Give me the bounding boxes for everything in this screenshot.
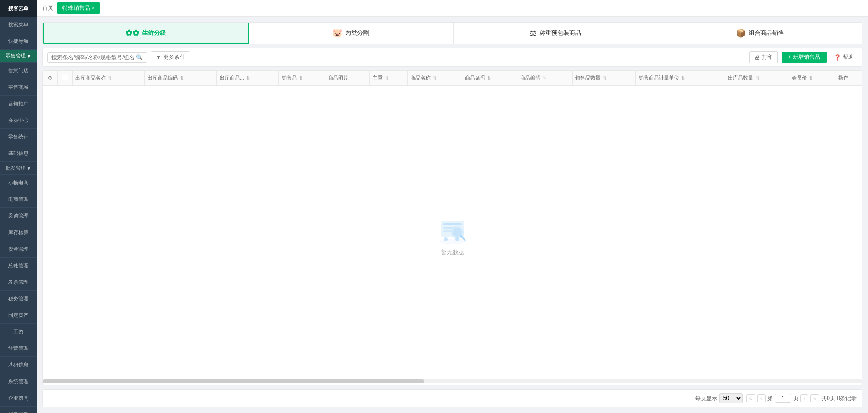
sidebar-label: 系统管理	[8, 378, 28, 385]
sidebar-item-ledger-mgmt[interactable]: 总账管理	[0, 258, 37, 274]
page-input[interactable]	[775, 394, 791, 403]
sidebar-item-search-menu[interactable]: 搜索菜单	[0, 17, 37, 33]
sidebar-label: 智慧门店	[8, 67, 28, 74]
sidebar-item-basic-info[interactable]: 基础信息	[0, 145, 37, 162]
sort-icon[interactable]: ⇅	[756, 76, 760, 80]
sort-icon[interactable]: ⇅	[299, 76, 303, 80]
th-actions: 操作	[835, 71, 862, 86]
sidebar-item-system-mgmt[interactable]: 系统管理	[0, 373, 37, 390]
select-all-checkbox[interactable]	[62, 75, 68, 80]
cat-tab-meat-cut[interactable]: 🐷 肉类分割	[249, 23, 453, 44]
sidebar-item-purchase-mgmt[interactable]: 采购管理	[0, 208, 37, 224]
sidebar-label: 批发管理	[6, 165, 26, 172]
sidebar-item-salary[interactable]: 工资	[0, 324, 37, 340]
active-tab[interactable]: 特殊销售品 ×	[57, 2, 100, 14]
toolbar-right: 🖨 打印 + 新增销售品 ❓ 帮助	[749, 51, 857, 63]
sidebar-label: 搜索菜单	[8, 21, 28, 28]
sort-icon[interactable]: ⇅	[488, 76, 491, 80]
cat-tab-fresh-grade[interactable]: ✿✿ 生鲜分级	[43, 23, 249, 44]
sidebar-item-ecom-mgmt[interactable]: 电商管理	[0, 191, 37, 208]
sidebar-label: 零售管理	[6, 52, 26, 59]
th-out-qty: 出库品数量 ⇅	[725, 71, 789, 86]
sidebar-item-enterprise-collab[interactable]: 企业协同	[0, 390, 37, 407]
meat-cut-icon: 🐷	[332, 28, 342, 38]
sidebar-item-member-center[interactable]: 会员中心	[0, 112, 37, 129]
next-page-button[interactable]: ›	[800, 394, 809, 402]
svg-point-9	[455, 237, 459, 241]
horizontal-scrollbar[interactable]	[43, 379, 862, 383]
sidebar-label: 新手引导	[8, 411, 28, 413]
sidebar-label: 零售统计	[8, 133, 28, 140]
th-checkbox[interactable]	[57, 71, 72, 86]
th-sale-goods: 销售品 ⇅	[278, 71, 325, 86]
sidebar-label: 企业协同	[8, 395, 28, 402]
svg-rect-2	[443, 223, 462, 225]
empty-state-icon	[432, 207, 473, 248]
filter-button[interactable]: ▼ 更多条件	[151, 51, 190, 63]
cat-tab-combo-sales[interactable]: 📦 组合商品销售	[658, 23, 862, 44]
last-page-button[interactable]: »	[810, 394, 819, 402]
sidebar-item-fund-mgmt[interactable]: 资金管理	[0, 241, 37, 258]
sort-icon[interactable]: ⇅	[385, 76, 389, 80]
sidebar-item-quick-nav[interactable]: 快捷导航	[0, 33, 37, 50]
filter-icon: ▼	[156, 54, 161, 61]
sidebar-label: 资金管理	[8, 246, 28, 252]
sidebar-label: 基础信息	[8, 150, 28, 157]
sidebar-item-ecommerce[interactable]: 小畅电商	[0, 175, 37, 191]
fresh-grade-icon: ✿✿	[125, 28, 139, 38]
data-table-container: ⚙ 出库商品名称 ⇅ 出库商品编码 ⇅	[42, 70, 862, 385]
close-tab-icon[interactable]: ×	[92, 6, 95, 11]
per-page-label: 每页显示	[695, 395, 717, 402]
sort-icon[interactable]: ⇅	[433, 76, 437, 80]
sort-icon[interactable]: ⇅	[246, 76, 250, 80]
svg-point-8	[444, 237, 448, 241]
sort-icon[interactable]: ⇅	[108, 76, 112, 80]
prev-page-button[interactable]: ‹	[757, 394, 766, 402]
first-page-button[interactable]: «	[746, 394, 755, 402]
help-icon: ❓	[834, 54, 841, 61]
sidebar-item-wholesale-mgmt[interactable]: 批发管理 ▼	[0, 162, 37, 175]
sidebar-item-basic-info-2[interactable]: 基础信息	[0, 357, 37, 373]
home-link[interactable]: 首页	[42, 4, 53, 12]
sidebar-label: 营销推广	[8, 100, 28, 107]
sidebar-label: 零售商城	[8, 84, 28, 91]
page-content: ✿✿ 生鲜分级 🐷 肉类分割 ⚖ 称重预包装商品 📦 组合商品销售 🔍	[37, 17, 868, 413]
th-settings[interactable]: ⚙	[43, 71, 57, 86]
sidebar-item-guide[interactable]: 新手引导	[0, 407, 37, 413]
sidebar-item-marketing[interactable]: 营销推广	[0, 96, 37, 112]
sort-icon[interactable]: ⇅	[603, 76, 607, 80]
sidebar-label: 经营管理	[8, 345, 28, 352]
print-button[interactable]: 🖨 打印	[749, 51, 778, 63]
sort-icon[interactable]: ⇅	[809, 76, 813, 80]
th-goods-code: 商品编码 ⇅	[517, 71, 572, 86]
cat-tab-label: 组合商品销售	[749, 29, 784, 37]
add-button[interactable]: + 新增销售品	[782, 52, 827, 63]
sort-icon[interactable]: ⇅	[681, 76, 685, 80]
total-pages-text: 共0页 0条记录	[821, 395, 857, 402]
sidebar-item-retail-mgmt[interactable]: 零售管理 ▼	[0, 50, 37, 63]
sidebar-label: 工资	[13, 328, 23, 335]
sidebar-item-inventory[interactable]: 库存核算	[0, 224, 37, 241]
help-button[interactable]: ❓ 帮助	[830, 52, 857, 63]
sidebar-item-operation-mgmt[interactable]: 经营管理	[0, 340, 37, 357]
sidebar-item-fixed-assets[interactable]: 固定资产	[0, 307, 37, 324]
print-icon: 🖨	[755, 54, 760, 61]
search-icon[interactable]: 🔍	[136, 54, 143, 61]
sidebar-item-smart-store[interactable]: 智慧门店	[0, 63, 37, 79]
scrollbar-thumb[interactable]	[43, 379, 424, 383]
th-out-goods-name: 出库商品名称 ⇅	[72, 71, 144, 86]
sidebar-item-retail-stats[interactable]: 零售统计	[0, 129, 37, 145]
cat-tab-weigh-prepack[interactable]: ⚖ 称重预包装商品	[454, 23, 658, 44]
pagination: 每页显示 50 10 20 100 « ‹ 第 页 › » 共0页 0条记录	[42, 389, 862, 407]
data-table: ⚙ 出库商品名称 ⇅ 出库商品编码 ⇅	[43, 71, 862, 86]
per-page-select[interactable]: 50 10 20 100	[719, 393, 743, 403]
search-input[interactable]	[51, 54, 134, 61]
th-member-price: 会员价 ⇅	[789, 71, 835, 86]
tab-label: 特殊销售品	[62, 4, 90, 12]
th-goods-image: 商品图片	[325, 71, 369, 86]
sidebar-item-retail-mall[interactable]: 零售商城	[0, 79, 37, 96]
sort-icon[interactable]: ⇅	[180, 76, 184, 80]
sort-icon[interactable]: ⇅	[543, 76, 546, 80]
sidebar-item-tax-mgmt[interactable]: 税务管理	[0, 291, 37, 307]
sidebar-item-invoice-mgmt[interactable]: 发票管理	[0, 274, 37, 291]
